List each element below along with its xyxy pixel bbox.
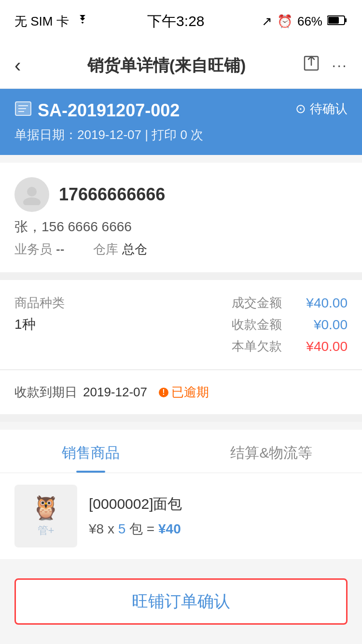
received-value: ¥0.00	[290, 317, 348, 333]
unit-label: 包	[129, 521, 143, 536]
product-price-row: ¥8 x 5 包 = ¥40	[89, 520, 348, 538]
wifi-icon	[75, 14, 90, 29]
svg-rect-1	[345, 18, 347, 22]
product-logo: 🦉	[31, 494, 60, 521]
svg-rect-2	[328, 17, 339, 24]
order-header-card: SA-20191207-002 单据日期：2019-12-07 | 打印 0 次…	[0, 89, 362, 155]
product-summary: 商品种类 1种	[14, 294, 65, 334]
tab-settlement[interactable]: 结算&物流等	[181, 430, 362, 473]
clock-icon: ⊙	[295, 101, 306, 116]
header-left: SA-20191207-002 单据日期：2019-12-07 | 打印 0 次	[14, 100, 203, 143]
product-qty: 5	[118, 521, 126, 536]
order-icon	[14, 100, 32, 121]
avatar	[14, 177, 49, 212]
customer-info-row: 业务员 -- 仓库 总仓	[14, 241, 348, 258]
customer-section: 17666666666 张，156 6666 6666 业务员 -- 仓库 总仓	[0, 163, 362, 272]
due-section: 收款到期日 2019-12-07 ! 已逾期	[0, 370, 362, 414]
warehouse-item: 仓库 总仓	[93, 241, 147, 258]
warehouse-label: 仓库	[93, 241, 118, 258]
section-divider-1	[0, 272, 362, 280]
received-row: 收款金额 ¥0.00	[232, 316, 348, 333]
confirm-order-button[interactable]: 旺铺订单确认	[14, 578, 348, 625]
tabs-row: 销售商品 结算&物流等	[0, 430, 362, 473]
product-info: [0000002]面包 ¥8 x 5 包 = ¥40	[89, 494, 348, 538]
battery-label: 66%	[297, 14, 322, 29]
order-number-text: SA-20191207-002	[38, 100, 180, 121]
tabs-section: 销售商品 结算&物流等	[0, 430, 362, 473]
product-section: 🦉 管+ [0000002]面包 ¥8 x 5 包 = ¥40	[0, 473, 362, 559]
tab-sales-product[interactable]: 销售商品	[0, 430, 181, 473]
product-name: [0000002]面包	[89, 494, 348, 514]
owed-label: 本单欠款	[232, 338, 282, 355]
overdue-warning-icon: !	[159, 388, 168, 397]
status-bar-left: 无 SIM 卡	[14, 13, 90, 30]
product-total: ¥40	[158, 521, 181, 536]
customer-name-phone: 张，156 6666 6666	[14, 218, 348, 236]
svg-point-8	[27, 187, 37, 196]
transaction-row: 成交金额 ¥40.00	[232, 294, 348, 311]
battery-icon	[327, 14, 348, 29]
equals-icon: =	[147, 521, 158, 536]
transaction-value: ¥40.00	[290, 295, 348, 311]
due-date-value: 2019-12-07	[83, 385, 147, 400]
transaction-label: 成交金额	[232, 294, 282, 311]
product-type-value: 1种	[14, 315, 65, 334]
nav-actions: ···	[290, 55, 348, 76]
amount-section: 商品种类 1种 成交金额 ¥40.00 收款金额 ¥0.00 本单欠款 ¥40.…	[0, 280, 362, 369]
order-number: SA-20191207-002	[14, 100, 203, 121]
product-thumb-label: 管+	[38, 523, 55, 538]
product-price: ¥8	[89, 521, 104, 536]
svg-point-9	[23, 197, 41, 205]
multiply-icon: x	[108, 521, 118, 536]
back-button[interactable]: ‹	[14, 55, 43, 76]
alarm-icon: ⏰	[277, 14, 292, 29]
customer-phone: 17666666666	[59, 184, 165, 205]
nav-bar: ‹ 销货单详情(来自旺铺) ···	[0, 42, 362, 89]
status-badge: 待确认	[310, 100, 348, 117]
overdue-badge: ! 已逾期	[153, 382, 215, 403]
page-title: 销货单详情(来自旺铺)	[43, 55, 290, 77]
overdue-text: 已逾期	[171, 384, 209, 401]
received-label: 收款金额	[232, 316, 282, 333]
confirm-button-wrapper: 旺铺订单确认	[0, 569, 362, 644]
owed-row: 本单欠款 ¥40.00	[232, 338, 348, 355]
location-icon: ↗	[262, 14, 272, 29]
owed-value: ¥40.00	[290, 339, 348, 354]
more-icon[interactable]: ···	[332, 56, 348, 74]
status-bar-time: 下午3:28	[147, 12, 204, 31]
customer-row: 17666666666	[14, 177, 348, 212]
salesperson-value: --	[56, 242, 64, 257]
carrier-label: 无 SIM 卡	[14, 13, 69, 30]
product-item: 🦉 管+ [0000002]面包 ¥8 x 5 包 = ¥40	[14, 485, 348, 547]
amount-details: 成交金额 ¥40.00 收款金额 ¥0.00 本单欠款 ¥40.00	[232, 294, 348, 355]
status-bar: 无 SIM 卡 下午3:28 ↗ ⏰ 66%	[0, 0, 362, 42]
product-thumbnail: 🦉 管+	[14, 485, 77, 547]
section-divider-2	[0, 414, 362, 422]
due-label: 收款到期日	[14, 384, 77, 401]
share-icon[interactable]	[303, 55, 320, 76]
order-date-meta: 单据日期：2019-12-07 | 打印 0 次	[14, 126, 203, 143]
salesperson-label: 业务员	[14, 241, 52, 258]
product-type-label: 商品种类	[14, 294, 65, 311]
header-status: ⊙ 待确认	[295, 100, 348, 117]
status-bar-right: ↗ ⏰ 66%	[262, 14, 348, 29]
salesperson-item: 业务员 --	[14, 241, 64, 258]
warehouse-value: 总仓	[122, 241, 147, 258]
